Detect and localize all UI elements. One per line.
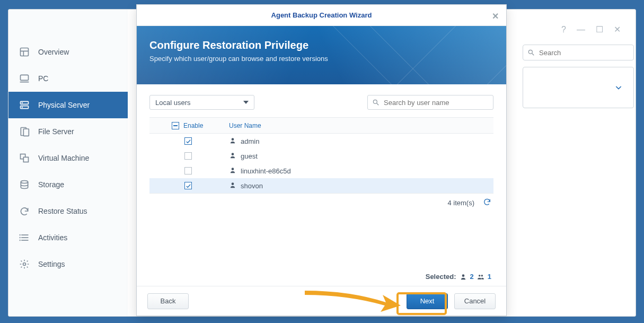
cancel-button[interactable]: Cancel xyxy=(454,293,496,309)
table-row[interactable]: shovon xyxy=(149,178,493,193)
user-search-input[interactable] xyxy=(383,98,489,107)
dialog-heading: Configure Restoration Privilege xyxy=(149,39,493,51)
row-username: linuxhint-e86c5d xyxy=(241,167,291,175)
sidebar-item-label: Restore Status xyxy=(38,207,87,215)
right-card-collapse[interactable] xyxy=(523,67,634,108)
minimize-icon[interactable]: — xyxy=(577,25,585,34)
row-username: shovon xyxy=(241,182,263,190)
close-icon[interactable]: ✕ xyxy=(614,25,621,34)
overview-icon xyxy=(18,46,31,58)
restore-icon xyxy=(18,205,31,217)
dialog-title: Agent Backup Creation Wizard xyxy=(271,11,372,19)
sidebar-item-label: PC xyxy=(38,74,48,83)
reload-button[interactable] xyxy=(483,198,491,208)
table-row[interactable]: linuxhint-e86c5d xyxy=(149,163,493,178)
user-table: Enable User Name adminguestlinuxhint-e86… xyxy=(149,117,493,194)
reload-icon xyxy=(483,198,491,206)
sidebar-item-file-server[interactable]: File Server xyxy=(8,118,128,145)
maximize-icon[interactable]: ☐ xyxy=(596,25,603,34)
search-icon xyxy=(527,49,535,56)
svg-rect-3 xyxy=(21,75,29,80)
activities-icon xyxy=(18,231,31,244)
help-icon[interactable]: ? xyxy=(561,25,566,34)
svg-point-18 xyxy=(20,237,21,238)
header-enable[interactable]: Enable xyxy=(183,122,203,129)
table-header: Enable User Name xyxy=(149,118,493,134)
user-icon xyxy=(229,152,236,161)
server-icon xyxy=(18,99,31,111)
window-controls: ? — ☐ ✕ xyxy=(561,25,621,34)
sidebar-item-physical-server[interactable]: Physical Server xyxy=(8,92,128,118)
sidebar-item-label: Storage xyxy=(38,180,64,189)
svg-rect-12 xyxy=(23,157,28,162)
chevron-down-icon xyxy=(614,83,623,92)
next-button[interactable]: Next xyxy=(407,293,448,309)
svg-point-20 xyxy=(23,263,26,266)
dialog-close[interactable]: ✕ xyxy=(492,11,499,21)
selection-label: Selected: xyxy=(426,273,456,281)
dialog-titlebar: Agent Backup Creation Wizard ✕ xyxy=(137,5,506,26)
svg-rect-10 xyxy=(23,129,29,136)
selection-summary: Selected: 2 1 xyxy=(149,269,493,281)
svg-point-19 xyxy=(20,240,21,241)
svg-point-17 xyxy=(20,234,21,235)
sidebar-item-label: Virtual Machine xyxy=(38,154,89,162)
sidebar-item-restore-status[interactable]: Restore Status xyxy=(8,198,128,224)
sidebar-item-label: Overview xyxy=(38,48,69,56)
header-checkbox-indeterminate[interactable] xyxy=(172,122,179,129)
pc-icon xyxy=(18,72,31,85)
row-checkbox[interactable] xyxy=(184,182,192,189)
svg-point-7 xyxy=(22,102,23,103)
item-count: 4 item(s) xyxy=(447,199,474,207)
dialog-subheading: Specify which user/group can browse and … xyxy=(149,55,493,63)
user-search[interactable] xyxy=(367,95,493,110)
user-icon xyxy=(229,167,236,176)
group-icon xyxy=(477,273,484,281)
sidebar-item-settings[interactable]: Settings xyxy=(8,251,128,277)
header-username[interactable]: User Name xyxy=(229,122,493,129)
global-search[interactable] xyxy=(523,45,634,60)
settings-icon xyxy=(18,258,31,270)
dialog-body: Local users Enable User Name adminguestl… xyxy=(137,84,506,286)
storage-icon xyxy=(18,178,31,191)
table-row[interactable]: admin xyxy=(149,134,493,149)
svg-point-8 xyxy=(22,107,23,108)
sidebar-item-virtual-machine[interactable]: Virtual Machine xyxy=(8,145,128,171)
user-scope-select[interactable]: Local users xyxy=(149,95,254,110)
svg-line-24 xyxy=(377,103,379,106)
sidebar-item-pc[interactable]: PC xyxy=(8,65,128,92)
selected-group-count: 1 xyxy=(488,273,491,281)
row-checkbox[interactable] xyxy=(184,152,192,160)
vm-icon xyxy=(18,152,31,164)
row-checkbox[interactable] xyxy=(184,167,192,174)
sidebar-item-label: File Server xyxy=(38,127,74,136)
user-icon xyxy=(229,181,236,190)
svg-point-21 xyxy=(528,50,532,54)
sidebar-item-label: Activities xyxy=(38,233,67,242)
sidebar-item-label: Settings xyxy=(38,260,65,268)
sidebar-item-label: Physical Server xyxy=(38,101,90,109)
dialog-banner: Configure Restoration Privilege Specify … xyxy=(137,26,506,84)
user-icon xyxy=(229,137,236,146)
table-row[interactable]: guest xyxy=(149,149,493,163)
sidebar-item-overview[interactable]: Overview xyxy=(8,39,128,65)
wizard-dialog: Agent Backup Creation Wizard ✕ Configure… xyxy=(136,4,507,316)
back-button[interactable]: Back xyxy=(147,293,189,309)
right-panel xyxy=(523,45,627,108)
svg-point-23 xyxy=(373,100,377,103)
svg-rect-0 xyxy=(21,48,29,56)
search-icon xyxy=(372,99,380,106)
svg-point-13 xyxy=(21,181,28,184)
svg-line-22 xyxy=(532,54,534,56)
user-icon xyxy=(460,273,467,281)
selected-user-count: 2 xyxy=(470,273,474,281)
dialog-actions: Back Next Cancel xyxy=(137,286,506,316)
global-search-input[interactable] xyxy=(538,48,629,57)
row-checkbox[interactable] xyxy=(184,137,192,145)
row-username: admin xyxy=(241,137,259,145)
fileserver-icon xyxy=(18,125,31,138)
sidebar-item-activities[interactable]: Activities xyxy=(8,224,128,251)
row-username: guest xyxy=(241,152,258,160)
sidebar-item-storage[interactable]: Storage xyxy=(8,171,128,198)
chevron-down-icon xyxy=(243,101,249,104)
